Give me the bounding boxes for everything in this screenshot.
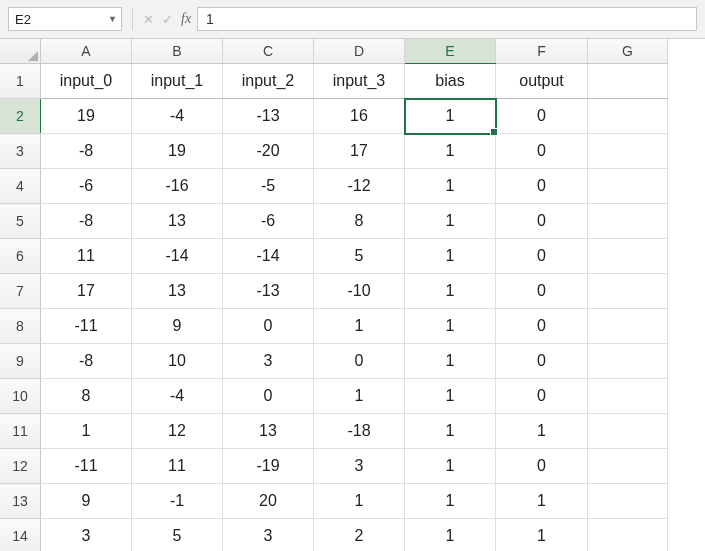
select-all-corner[interactable] [0,39,41,64]
cell-B11[interactable]: 12 [132,414,223,449]
cell-F11[interactable]: 1 [496,414,588,449]
col-header-b[interactable]: B [132,39,223,64]
cell-A13[interactable]: 9 [41,484,132,519]
cell-E1[interactable]: bias [405,64,496,99]
row-header-13[interactable]: 13 [0,484,41,519]
cell-G2[interactable] [588,99,668,134]
cell-C4[interactable]: -5 [223,169,314,204]
cell-D7[interactable]: -10 [314,274,405,309]
cell-A14[interactable]: 3 [41,519,132,552]
cell-A12[interactable]: -11 [41,449,132,484]
cell-F9[interactable]: 0 [496,344,588,379]
col-header-e[interactable]: E [405,39,496,64]
cell-G6[interactable] [588,239,668,274]
cell-B1[interactable]: input_1 [132,64,223,99]
cell-D10[interactable]: 1 [314,379,405,414]
cell-F7[interactable]: 0 [496,274,588,309]
cell-A1[interactable]: input_0 [41,64,132,99]
cell-F12[interactable]: 0 [496,449,588,484]
cell-F5[interactable]: 0 [496,204,588,239]
cell-A2[interactable]: 19 [41,99,132,134]
cell-G5[interactable] [588,204,668,239]
row-header-7[interactable]: 7 [0,274,41,309]
cell-G1[interactable] [588,64,668,99]
col-header-f[interactable]: F [496,39,588,64]
cell-B8[interactable]: 9 [132,309,223,344]
row-header-1[interactable]: 1 [0,64,41,99]
cell-G11[interactable] [588,414,668,449]
cell-A4[interactable]: -6 [41,169,132,204]
cell-G12[interactable] [588,449,668,484]
cell-C14[interactable]: 3 [223,519,314,552]
cell-C9[interactable]: 3 [223,344,314,379]
cell-D11[interactable]: -18 [314,414,405,449]
col-header-a[interactable]: A [41,39,132,64]
cell-C2[interactable]: -13 [223,99,314,134]
cell-B9[interactable]: 10 [132,344,223,379]
row-header-3[interactable]: 3 [0,134,41,169]
row-header-11[interactable]: 11 [0,414,41,449]
cell-G3[interactable] [588,134,668,169]
cell-F6[interactable]: 0 [496,239,588,274]
cell-A10[interactable]: 8 [41,379,132,414]
cell-G9[interactable] [588,344,668,379]
cell-G8[interactable] [588,309,668,344]
cell-A9[interactable]: -8 [41,344,132,379]
cell-G4[interactable] [588,169,668,204]
formula-input[interactable]: 1 [197,7,697,31]
cell-B2[interactable]: -4 [132,99,223,134]
spreadsheet-grid[interactable]: A B C D E F G 1input_0input_1input_2inpu… [0,39,668,551]
cell-C13[interactable]: 20 [223,484,314,519]
name-box[interactable]: E2 ▼ [8,7,122,31]
cell-E7[interactable]: 1 [405,274,496,309]
cell-B5[interactable]: 13 [132,204,223,239]
cell-C6[interactable]: -14 [223,239,314,274]
cell-B6[interactable]: -14 [132,239,223,274]
cell-A8[interactable]: -11 [41,309,132,344]
col-header-d[interactable]: D [314,39,405,64]
cell-D12[interactable]: 3 [314,449,405,484]
cell-A5[interactable]: -8 [41,204,132,239]
cell-E5[interactable]: 1 [405,204,496,239]
cell-E4[interactable]: 1 [405,169,496,204]
cell-D9[interactable]: 0 [314,344,405,379]
cell-E3[interactable]: 1 [405,134,496,169]
row-header-2[interactable]: 2 [0,99,41,134]
cell-G10[interactable] [588,379,668,414]
cell-B12[interactable]: 11 [132,449,223,484]
row-header-14[interactable]: 14 [0,519,41,552]
fx-icon[interactable]: fx [181,11,191,27]
cell-A3[interactable]: -8 [41,134,132,169]
cell-C11[interactable]: 13 [223,414,314,449]
cell-E10[interactable]: 1 [405,379,496,414]
cell-G13[interactable] [588,484,668,519]
cell-B4[interactable]: -16 [132,169,223,204]
cell-A7[interactable]: 17 [41,274,132,309]
cell-C10[interactable]: 0 [223,379,314,414]
cell-F14[interactable]: 1 [496,519,588,552]
cell-B3[interactable]: 19 [132,134,223,169]
cell-D13[interactable]: 1 [314,484,405,519]
row-header-4[interactable]: 4 [0,169,41,204]
cell-E14[interactable]: 1 [405,519,496,552]
cell-D4[interactable]: -12 [314,169,405,204]
cell-C1[interactable]: input_2 [223,64,314,99]
cell-D14[interactable]: 2 [314,519,405,552]
cell-G7[interactable] [588,274,668,309]
cell-D6[interactable]: 5 [314,239,405,274]
cell-E12[interactable]: 1 [405,449,496,484]
cell-D3[interactable]: 17 [314,134,405,169]
cell-F10[interactable]: 0 [496,379,588,414]
row-header-8[interactable]: 8 [0,309,41,344]
cell-E11[interactable]: 1 [405,414,496,449]
cell-D5[interactable]: 8 [314,204,405,239]
cell-D1[interactable]: input_3 [314,64,405,99]
row-header-9[interactable]: 9 [0,344,41,379]
cell-B14[interactable]: 5 [132,519,223,552]
cell-E2[interactable]: 1 [405,99,496,134]
cell-E9[interactable]: 1 [405,344,496,379]
cell-C12[interactable]: -19 [223,449,314,484]
chevron-down-icon[interactable]: ▼ [108,14,117,24]
cell-F8[interactable]: 0 [496,309,588,344]
cell-D2[interactable]: 16 [314,99,405,134]
